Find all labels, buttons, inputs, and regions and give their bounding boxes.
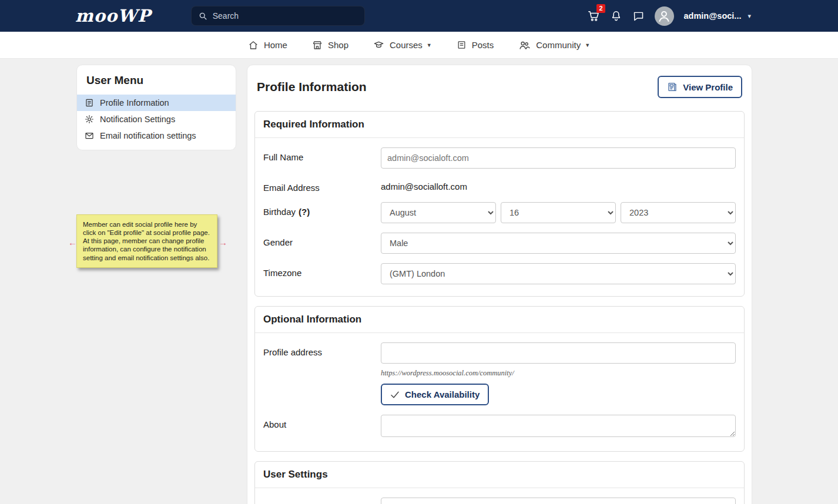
notifications-bell-icon[interactable] <box>610 10 622 22</box>
nav-label: Courses <box>390 40 423 50</box>
envelope-icon <box>85 131 94 140</box>
user-avatar[interactable] <box>655 6 674 26</box>
search-icon <box>199 12 207 21</box>
main-nav: Home Shop Courses ▼ Posts Community ▼ <box>0 32 838 59</box>
birthday-label: Birthday(?) <box>263 202 381 223</box>
note-right-arrow-icon: → <box>219 237 227 247</box>
cart-icon[interactable]: 2 <box>587 9 600 22</box>
profile-document-icon <box>85 98 94 107</box>
gender-select[interactable]: Male <box>381 233 736 254</box>
nav-item-community[interactable]: Community ▼ <box>518 39 590 51</box>
nav-label: Community <box>536 40 581 50</box>
view-profile-label: View Profile <box>683 82 733 92</box>
nav-item-courses[interactable]: Courses ▼ <box>373 39 432 51</box>
cart-badge: 2 <box>596 4 605 13</box>
profile-address-hint: https://wordpress.moosocial.com/communit… <box>381 369 736 378</box>
about-label: About <box>263 415 381 439</box>
shop-icon <box>312 40 323 51</box>
posts-icon <box>457 40 467 50</box>
birthday-day-select[interactable]: 16 <box>501 202 616 223</box>
annotation-note: Member can edit social profile here by c… <box>76 214 217 268</box>
search-input[interactable] <box>213 11 357 21</box>
birthday-label-text: Birthday <box>263 207 296 217</box>
sidebar-item-profile-information[interactable]: Profile Information <box>77 95 236 111</box>
timezone-select[interactable]: (GMT) London <box>381 263 736 284</box>
gear-icon <box>85 115 94 124</box>
user-menu-title: User Menu <box>77 65 236 95</box>
courses-caret-down-icon: ▼ <box>427 42 432 48</box>
nav-item-posts[interactable]: Posts <box>457 40 494 50</box>
community-caret-down-icon: ▼ <box>585 42 590 48</box>
nav-label: Shop <box>328 40 348 50</box>
profile-privacy-select[interactable]: Everyone <box>381 498 736 504</box>
page-title: Profile Information <box>257 80 367 94</box>
check-availability-label: Check Availability <box>405 389 480 399</box>
user-menu-card: User Menu Profile Information Notificati… <box>76 65 236 150</box>
sidebar-item-email-notification-settings[interactable]: Email notification settings <box>77 127 236 144</box>
sidebar-item-label: Profile Information <box>100 98 169 107</box>
nav-label: Home <box>264 40 287 50</box>
topbar: mooWP 2 admin@soci... ▾ <box>0 0 838 32</box>
email-address-label: Email Address <box>263 178 381 193</box>
check-icon <box>390 391 400 399</box>
section-title: Required Information <box>255 112 744 138</box>
full-name-input[interactable] <box>381 147 736 169</box>
full-name-label: Full Name <box>263 147 381 169</box>
community-icon <box>518 39 531 51</box>
profile-privacy-label: Profile Privacy <box>263 498 381 504</box>
sidebar-item-label: Notification Settings <box>100 115 175 124</box>
view-profile-button[interactable]: View Profile <box>658 76 742 98</box>
about-textarea[interactable] <box>381 415 736 437</box>
birthday-month-select[interactable]: August <box>381 202 496 223</box>
section-title: Optional Information <box>255 307 744 333</box>
user-settings-section: User Settings Profile Privacy Everyone D… <box>254 461 745 504</box>
user-email-label[interactable]: admin@soci... <box>684 11 742 21</box>
profile-address-input[interactable] <box>381 342 736 364</box>
optional-information-section: Optional Information Profile address htt… <box>254 306 745 452</box>
user-menu-chevron-down-icon[interactable]: ▾ <box>748 12 751 20</box>
note-left-arrow-icon: ← <box>68 237 77 247</box>
profile-address-label: Profile address <box>263 342 381 405</box>
gender-label: Gender <box>263 233 381 254</box>
required-information-section: Required Information Full Name Email Add… <box>254 111 745 297</box>
home-icon <box>248 40 259 51</box>
birthday-year-select[interactable]: 2023 <box>621 202 736 223</box>
check-availability-button[interactable]: Check Availability <box>381 384 489 405</box>
section-title: User Settings <box>255 462 744 488</box>
nav-item-shop[interactable]: Shop <box>312 40 348 51</box>
nav-label: Posts <box>472 40 494 50</box>
view-profile-icon <box>667 82 678 92</box>
messages-chat-icon[interactable] <box>632 10 645 22</box>
search-box[interactable] <box>191 6 365 26</box>
sidebar-item-notification-settings[interactable]: Notification Settings <box>77 111 236 127</box>
nav-item-home[interactable]: Home <box>248 40 287 51</box>
site-logo[interactable]: mooWP <box>75 6 151 26</box>
courses-icon <box>373 39 384 51</box>
birthday-help-icon[interactable]: (?) <box>299 207 310 217</box>
sidebar-item-label: Email notification settings <box>100 131 196 140</box>
email-address-value: admin@socialloft.com <box>381 178 736 191</box>
profile-information-card: Profile Information View Profile Require… <box>247 65 752 504</box>
timezone-label: Timezone <box>263 263 381 284</box>
